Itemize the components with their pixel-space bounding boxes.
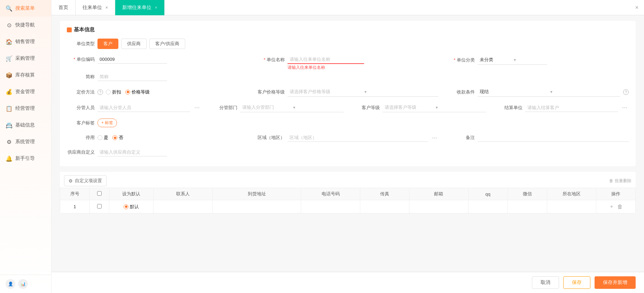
pricing-help-icon[interactable]: ?	[97, 89, 103, 95]
save-button[interactable]: 保存	[563, 276, 590, 289]
radio-circle-level	[125, 90, 130, 95]
customer-level-select[interactable]: 请选择客户等级 ▼	[383, 103, 486, 112]
td-wx[interactable]	[508, 200, 547, 213]
default-radio-item[interactable]: 默认	[113, 204, 150, 210]
unit-code-input[interactable]	[97, 55, 167, 64]
short-name-row: 简称	[67, 73, 629, 81]
td-phone[interactable]	[301, 200, 360, 213]
supplier-custom-field: 供应商自定义	[67, 148, 629, 156]
pricing-row: 定价方法 ? 折扣 价格等级 客户价格等级	[67, 87, 629, 97]
th-seq: 序号	[60, 188, 90, 200]
cancel-button[interactable]: 取消	[532, 276, 559, 289]
sidebar-item-system[interactable]: ⚙ 系统管理	[0, 133, 51, 150]
unit-category-value: 未分类	[480, 57, 512, 63]
td-contact[interactable]	[154, 200, 213, 213]
sidebar-bottom-icon1[interactable]: 👤	[6, 279, 15, 289]
th-email: 邮箱	[409, 188, 469, 200]
sidebar-item-label: 采购管理	[15, 55, 35, 62]
fax-input[interactable]	[364, 204, 406, 209]
customer-price-level-label: 客户价格等级	[257, 89, 285, 95]
manager-row: 分管人员 ··· 分管部门 请输入分管部门 ▼ 客户等级 请选择客户等级 ▼	[67, 103, 629, 112]
phone-input[interactable]	[305, 204, 356, 209]
unit-btn-both[interactable]: 客户/供应商	[149, 39, 185, 49]
unit-category-field: 单位分类 未分类 ▼	[447, 55, 629, 65]
batch-delete-btn[interactable]: 🗑 批量删除	[609, 178, 631, 184]
region-input[interactable]	[288, 133, 428, 142]
add-tag-label: + 标签	[101, 120, 113, 126]
inventory-icon: 📦	[6, 72, 13, 79]
region-extra-btn[interactable]: ···	[431, 134, 439, 141]
sidebar-item-label: 快捷导航	[15, 22, 35, 28]
contact-input[interactable]	[157, 204, 209, 209]
sidebar-item-quicknav[interactable]: ⊙ 快捷导航	[0, 17, 51, 33]
tab-partners[interactable]: 往来单位 ×	[76, 0, 115, 15]
qq-input[interactable]	[472, 204, 504, 209]
disabled-yes-label: 是	[104, 135, 108, 141]
manager-label: 分管人员	[67, 105, 95, 111]
custom-settings-btn[interactable]: ⚙ 自定义项设置	[64, 175, 107, 186]
region-label: 区域（地区）	[257, 135, 285, 141]
department-select[interactable]: 请输入分管部门 ▼	[240, 103, 344, 112]
unit-name-input[interactable]	[288, 55, 364, 64]
sidebar-bottom-icon2[interactable]: 📊	[18, 279, 28, 289]
wx-input[interactable]	[511, 204, 543, 209]
short-name-label: 简称	[67, 74, 95, 80]
sidebar-item-purchase[interactable]: 🛒 采购管理	[0, 50, 51, 67]
supplier-custom-input[interactable]	[97, 148, 167, 156]
settlement-label: 结算单位	[495, 105, 523, 111]
payment-help-icon[interactable]: ?	[623, 89, 629, 95]
pricing-radio-level[interactable]: 价格等级	[125, 89, 150, 95]
payment-terms-select[interactable]: 现结 ▼	[478, 87, 620, 97]
short-name-input[interactable]	[97, 73, 167, 81]
sidebar-item-sales[interactable]: 🏠 销售管理	[0, 33, 51, 50]
th-checkbox[interactable]	[97, 191, 102, 196]
customer-level-field: 客户等级 请选择客户等级 ▼	[352, 103, 486, 112]
sidebar-item-operation[interactable]: 📋 经营管理	[0, 100, 51, 117]
settlement-input[interactable]	[525, 104, 618, 112]
td-qq[interactable]	[468, 200, 508, 213]
funds-icon: 💰	[6, 88, 13, 95]
row-add-btn[interactable]: ＋	[609, 203, 614, 210]
addr-input[interactable]	[216, 204, 297, 209]
manager-input[interactable]	[97, 104, 190, 112]
tabbar-close-btn[interactable]: ×	[630, 5, 644, 11]
pricing-radio-group: 折扣 价格等级	[106, 89, 150, 95]
department-label: 分管部门	[210, 105, 237, 111]
unit-type-field: 单位类型 客户 供应商 客户/供应商	[67, 39, 629, 49]
settlement-extra-btn[interactable]: ···	[621, 104, 629, 111]
table-row: 1 默认	[60, 200, 636, 213]
td-region[interactable]	[547, 200, 596, 213]
save-new-button[interactable]: 保存并新增	[595, 276, 636, 289]
td-email[interactable]	[409, 200, 469, 213]
sidebar-item-label: 库存核算	[15, 72, 35, 78]
manager-extra-btn[interactable]: ···	[193, 104, 201, 111]
sidebar-item-basic[interactable]: 📇 基础信息	[0, 117, 51, 133]
tab-partners-close[interactable]: ×	[105, 5, 108, 10]
disabled-radio-yes[interactable]: 是	[97, 135, 108, 141]
customer-price-level-select[interactable]: 请选择客户价格等级 ▼	[288, 87, 439, 97]
tab-new-partner-close[interactable]: ×	[155, 5, 157, 10]
disabled-radio-no[interactable]: 否	[112, 135, 123, 141]
row-checkbox[interactable]	[97, 204, 102, 209]
unit-btn-customer[interactable]: 客户	[97, 39, 118, 49]
unit-category-select[interactable]: 未分类 ▼	[478, 55, 547, 65]
supplier-custom-row: 供应商自定义	[67, 148, 629, 156]
unit-btn-supplier[interactable]: 供应商	[121, 39, 147, 49]
tag-label: 客户标签	[67, 120, 95, 126]
disabled-label: 停用	[67, 135, 95, 141]
td-fax[interactable]	[360, 200, 409, 213]
td-addr[interactable]	[212, 200, 301, 213]
add-tag-btn[interactable]: + 标签	[97, 119, 117, 127]
region-input-td[interactable]	[551, 204, 592, 209]
row-action-btns: ＋ 🗑	[600, 203, 632, 210]
sidebar-item-newbie[interactable]: 🔔 新手引导	[0, 150, 51, 167]
email-input[interactable]	[413, 204, 465, 209]
remark-input[interactable]	[478, 133, 629, 142]
tab-new-partner[interactable]: 新增往来单位 ×	[115, 0, 165, 15]
sidebar-item-funds[interactable]: 💰 资金管理	[0, 83, 51, 100]
tab-home[interactable]: 首页	[52, 0, 76, 15]
sidebar-item-inventory[interactable]: 📦 库存核算	[0, 67, 51, 83]
sidebar-item-search[interactable]: 🔍 搜索菜单	[0, 0, 51, 17]
pricing-radio-discount[interactable]: 折扣	[106, 89, 121, 95]
row-delete-btn[interactable]: 🗑	[617, 204, 623, 210]
